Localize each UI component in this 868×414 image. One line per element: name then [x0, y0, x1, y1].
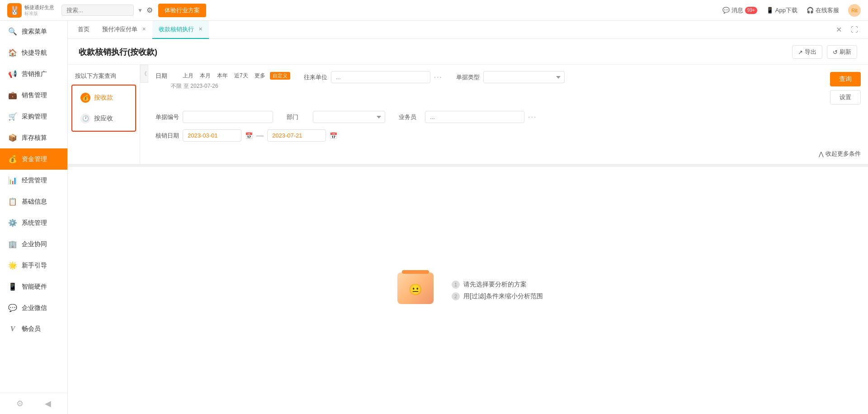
- dept-select[interactable]: [313, 111, 385, 123]
- shortcut-this-month[interactable]: 本月: [198, 71, 212, 81]
- member-icon: V: [8, 325, 17, 333]
- logo-text: 畅捷通好生意 标准版: [24, 4, 54, 16]
- settings-bottom-icon[interactable]: ⚙: [16, 399, 24, 409]
- collapse-sidebar-icon[interactable]: ◀: [45, 399, 51, 409]
- tab-collection[interactable]: 收款核销执行 ✕: [152, 21, 209, 39]
- shortcut-this-year[interactable]: 本年: [215, 71, 230, 81]
- filter-sidebar-title: 按以下方案查询: [68, 72, 140, 85]
- date-shortcuts: 上月 本月 本年 近7天 更多 自定义: [181, 71, 290, 81]
- sidebar-item-marketing[interactable]: 📢 营销推广: [0, 63, 67, 85]
- tab-close-collection[interactable]: ✕: [198, 26, 203, 32]
- dept-field: 部门: [287, 111, 385, 123]
- receivable-icon: 🕐: [80, 114, 90, 124]
- sidebar-item-inventory[interactable]: 📦 库存核算: [0, 127, 67, 148]
- empty-state: 😐 1 请先选择要分析的方案 2 用[过滤]条件来缩小分析范围: [68, 167, 868, 414]
- filter-row-3: 核销日期 📅 — 📅: [156, 129, 861, 142]
- collection-icon: 💰: [80, 93, 90, 103]
- more-conditions-button[interactable]: ⋀ 收起更多条件: [819, 148, 861, 160]
- empty-box-face: 😐: [409, 283, 422, 296]
- download-icon: 📱: [766, 7, 774, 14]
- sidebar-bottom: ⚙ ◀: [0, 393, 67, 414]
- filter-sidebar: 按以下方案查询 💰 按收款 🕐 按应收: [68, 65, 140, 164]
- doc-type-select[interactable]: [483, 71, 565, 83]
- sidebar-item-enterprise[interactable]: 🏢 企业协同: [0, 233, 67, 255]
- chevron-down-icon[interactable]: ▼: [137, 7, 143, 14]
- basic-info-icon: 📋: [8, 197, 17, 206]
- staff-label: 业务员: [399, 113, 421, 121]
- empty-tip-2: 2 用[过滤]条件来缩小分析范围: [452, 292, 543, 300]
- custom-tag[interactable]: 自定义: [270, 72, 290, 80]
- service-icon: 🎧: [807, 7, 814, 14]
- collapse-filter-sidebar[interactable]: 《: [140, 65, 148, 83]
- gear-icon[interactable]: ⚙: [146, 6, 153, 14]
- counterpart-dots[interactable]: ···: [434, 73, 443, 81]
- export-button[interactable]: ↗ 导出: [792, 45, 822, 59]
- maximize-icon[interactable]: ⛶: [848, 25, 861, 35]
- doc-type-field: 单据类型: [456, 71, 565, 83]
- message-icon: 💬: [722, 7, 730, 14]
- staff-dots[interactable]: ···: [528, 113, 537, 121]
- refresh-icon: ↺: [833, 49, 838, 56]
- avatar[interactable]: Rit: [848, 4, 861, 17]
- filter-form: 日期 上月 本月 本年 近7天 更多 自定义: [148, 65, 868, 164]
- filter-actions: 查询 设置: [830, 71, 861, 105]
- shortcut-more[interactable]: 更多: [253, 71, 267, 81]
- calendar-end-icon[interactable]: 📅: [330, 132, 337, 139]
- sidebar-item-hardware[interactable]: 📱 智能硬件: [0, 276, 67, 297]
- sidebar-item-member[interactable]: V 畅会员: [0, 319, 67, 339]
- writeoff-date-range: 📅 — 📅: [183, 129, 337, 142]
- filter-by-collection[interactable]: 💰 按收款: [72, 87, 135, 108]
- logo-icon: 🐰: [7, 3, 22, 18]
- marketing-icon: 📢: [8, 70, 17, 78]
- date-row: 日期 上月 本月 本年 近7天 更多 自定义: [156, 71, 290, 81]
- page-title: 收款核销执行(按收款): [79, 47, 157, 63]
- sidebar-item-quick-nav[interactable]: 🏠 快捷导航: [0, 42, 67, 63]
- app-download-item[interactable]: 📱 App下载: [766, 6, 797, 14]
- calendar-start-icon[interactable]: 📅: [245, 132, 253, 139]
- sidebar-item-guide[interactable]: 🌟 新手引导: [0, 255, 67, 276]
- shortcut-last-month[interactable]: 上月: [181, 71, 195, 81]
- message-item[interactable]: 💬 消息 99+: [722, 6, 757, 14]
- finance-icon: 💰: [8, 155, 17, 163]
- close-tab-icon[interactable]: ✕: [833, 24, 844, 35]
- counterpart-input[interactable]: [331, 71, 430, 83]
- main-layout: 🔍 搜索菜单 🏠 快捷导航 📢 营销推广 💼 销售管理 🛒 采购管理 📦 库存核…: [0, 21, 868, 414]
- tab-prepay[interactable]: 预付冲应付单 ✕: [96, 21, 152, 39]
- purchase-icon: 🛒: [8, 112, 17, 121]
- dept-label: 部门: [287, 113, 309, 121]
- search-input[interactable]: [61, 5, 134, 16]
- writeoff-date-start[interactable]: [183, 129, 241, 142]
- date-separator: —: [256, 132, 264, 140]
- online-service-item[interactable]: 🎧 在线客服: [807, 6, 839, 14]
- weixin-icon: 💬: [8, 304, 17, 312]
- sidebar-item-finance[interactable]: 💰 资金管理: [0, 148, 67, 170]
- tab-close-prepay[interactable]: ✕: [142, 26, 146, 32]
- empty-tip-1: 1 请先选择要分析的方案: [452, 281, 543, 289]
- filter-by-receivable[interactable]: 🕐 按应收: [72, 108, 135, 129]
- page-header: 收款核销执行(按收款) ↗ 导出 ↺ 刷新: [68, 39, 868, 65]
- chevron-up-icon: ⋀: [819, 151, 824, 157]
- date-label: 日期: [156, 72, 178, 80]
- more-conditions-row: ⋀ 收起更多条件: [156, 148, 861, 160]
- search-icon: 🔍: [8, 27, 17, 36]
- sidebar-item-operations[interactable]: 📊 经营管理: [0, 170, 67, 191]
- guide-icon: 🌟: [8, 261, 17, 270]
- message-badge: 99+: [745, 7, 757, 14]
- counterpart-label: 往来单位: [304, 73, 327, 81]
- sidebar-item-purchase[interactable]: 🛒 采购管理: [0, 106, 67, 127]
- sidebar-item-sales[interactable]: 💼 销售管理: [0, 85, 67, 106]
- refresh-button[interactable]: ↺ 刷新: [827, 45, 857, 59]
- sidebar-item-system[interactable]: ⚙️ 系统管理: [0, 212, 67, 233]
- staff-input[interactable]: [425, 111, 524, 123]
- query-button[interactable]: 查询: [830, 72, 861, 86]
- sidebar-item-basic-info[interactable]: 📋 基础信息: [0, 191, 67, 212]
- sidebar-item-search-menu[interactable]: 🔍 搜索菜单: [0, 21, 67, 42]
- doc-number-input[interactable]: [183, 111, 273, 123]
- settings-button[interactable]: 设置: [830, 90, 861, 105]
- shortcut-7days[interactable]: 近7天: [232, 71, 250, 81]
- tab-home[interactable]: 首页: [71, 21, 96, 39]
- solution-button[interactable]: 体验行业方案: [158, 4, 206, 17]
- sidebar-item-weixin[interactable]: 💬 企业微信: [0, 297, 67, 319]
- app-logo: 🐰 畅捷通好生意 标准版: [7, 3, 54, 18]
- writeoff-date-end[interactable]: [267, 129, 326, 142]
